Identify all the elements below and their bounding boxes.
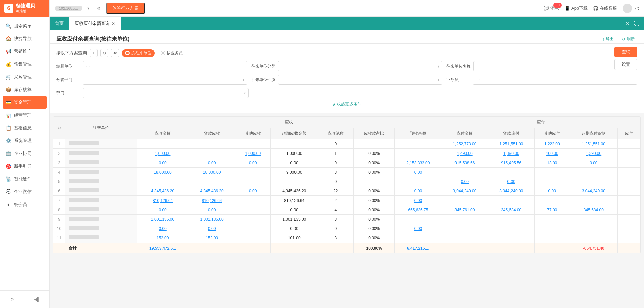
cell-value[interactable]: 1,490.00: [441, 149, 488, 158]
settings-button[interactable]: ⚙: [7, 294, 18, 305]
cell-value[interactable]: 18,000.00: [137, 168, 189, 177]
unit-name-input[interactable]: [473, 61, 637, 71]
cell-value[interactable]: 152.00: [189, 233, 235, 243]
cell-value[interactable]: 0.00: [395, 196, 441, 205]
salesman-input[interactable]: ···: [473, 75, 637, 85]
cell-value[interactable]: 4,345,436.20: [189, 186, 235, 196]
sidebar-item-sales[interactable]: 💰 销售管理: [0, 58, 49, 71]
cell-value[interactable]: 0.00: [395, 224, 441, 233]
filter-more-button[interactable]: ≪: [111, 49, 119, 57]
cell-value[interactable]: 0.00: [395, 168, 441, 177]
department-input[interactable]: ▾: [83, 88, 249, 98]
sidebar-item-quicknav[interactable]: 🏠 快捷导航: [0, 32, 49, 45]
cell-value[interactable]: 1,001,135.00: [189, 215, 235, 224]
sidebar-item-finance[interactable]: 💳 资金管理: [3, 96, 47, 109]
cell-value[interactable]: 0.00: [235, 186, 270, 196]
sidebar-item-hardware[interactable]: 📡 智能硬件: [0, 173, 49, 185]
cell-value[interactable]: 1,000.00: [235, 149, 270, 158]
filter-config-button[interactable]: ⊙: [100, 49, 108, 57]
cell-value[interactable]: 0.00: [137, 205, 189, 215]
cell-value[interactable]: 18,000.00: [189, 168, 235, 177]
sidebar-item-marketing[interactable]: 📢 营销推广: [0, 45, 49, 58]
cell-value[interactable]: 915,508.56: [441, 158, 488, 168]
cell-value[interactable]: 810,126.64: [189, 196, 235, 205]
tab-home[interactable]: 首页: [50, 17, 69, 30]
cell-value[interactable]: 1,251,551.00: [488, 139, 535, 149]
cell-value[interactable]: 915,495.56: [488, 158, 535, 168]
sidebar-item-basics[interactable]: 📋 基础信息: [0, 122, 49, 134]
cell-value[interactable]: 1,252,773.00: [441, 139, 488, 149]
sidebar-item-newbie[interactable]: 🎯 新手引导: [0, 160, 49, 173]
cell-value[interactable]: 0.00: [488, 177, 535, 186]
cell-value[interactable]: 152.00: [137, 233, 189, 243]
cell-value[interactable]: 13.00: [535, 158, 570, 168]
sidebar-item-wechat[interactable]: 💬 企业微信: [0, 185, 49, 198]
sidebar-item-purchase[interactable]: 🛒 采购管理: [0, 71, 49, 83]
cell-value[interactable]: 0.00: [137, 224, 189, 233]
sidebar-item-system[interactable]: ⚙️ 系统管理: [0, 134, 49, 147]
cell-value[interactable]: 0.00: [441, 177, 488, 186]
tab-close-button[interactable]: ✕: [112, 21, 115, 26]
export-button[interactable]: ↑ 导出: [600, 35, 616, 43]
filter-by-unit[interactable]: 按往来单位: [122, 49, 155, 57]
cell-value[interactable]: 0.00: [235, 158, 270, 168]
cell-value[interactable]: 0.00: [570, 158, 618, 168]
promo-button[interactable]: 体验行业方案: [106, 3, 145, 14]
gear-button[interactable]: ⚙: [94, 4, 104, 13]
cell-value[interactable]: 1,390.00: [570, 149, 618, 158]
cell-value[interactable]: 1,251,551.00: [570, 139, 618, 149]
cell-value[interactable]: 3,044,240.00: [570, 186, 618, 196]
cell-value[interactable]: 655,636.75: [395, 205, 441, 215]
table-scroll-wrapper[interactable]: ⚙ 往来单位 应收 应付 应收金额 贷款应收 其他应收 超期应收金额 应收笔数 …: [53, 116, 641, 253]
settlement-unit-input[interactable]: ···: [83, 61, 247, 71]
sidebar-item-inventory[interactable]: 📦 库存核算: [0, 83, 49, 96]
filter-add-button[interactable]: ＋: [90, 49, 98, 57]
cell-value[interactable]: 3,044,240.00: [441, 186, 488, 196]
cell-value[interactable]: 77.00: [535, 205, 570, 215]
sidebar-item-operations[interactable]: 📊 经营管理: [0, 109, 49, 122]
table-settings-icon[interactable]: ⚙: [57, 126, 61, 130]
cell-value[interactable]: 345,684.00: [488, 205, 535, 215]
settings-col-header[interactable]: ⚙: [53, 117, 65, 139]
cell-value[interactable]: 1,000.00: [137, 149, 189, 158]
cell-value[interactable]: 0.00: [137, 158, 189, 168]
dept-input[interactable]: ▾: [83, 75, 247, 85]
cell-value[interactable]: 2,153,333.00: [395, 158, 441, 168]
cell-value[interactable]: 3,044,240.00: [488, 186, 535, 196]
cell-value[interactable]: 345,761.00: [441, 205, 488, 215]
footer-recv-total[interactable]: 19,553,472.6...: [137, 243, 189, 253]
filter-by-staff[interactable]: 按业务员: [157, 49, 186, 57]
collapse-button[interactable]: ◀▌: [32, 294, 42, 305]
cell-value[interactable]: 1,001,135.00: [137, 215, 189, 224]
tab-close-window-button[interactable]: ✕: [623, 19, 632, 28]
cell-value[interactable]: 100.00: [535, 149, 570, 158]
query-button[interactable]: 查询: [614, 47, 637, 57]
tab-query[interactable]: 应收应付余额查询 ✕: [69, 17, 121, 30]
cell-value[interactable]: 1,390.00: [488, 149, 535, 158]
unit-nature-input[interactable]: ▾: [278, 75, 442, 85]
tab-maximize-button[interactable]: ⛶: [632, 19, 641, 28]
cell-value[interactable]: 1,222.00: [535, 139, 570, 149]
search-icon: 🔍: [5, 23, 11, 29]
sidebar-item-enterprise[interactable]: 🏢 企业协同: [0, 147, 49, 160]
footer-advance-total[interactable]: 6,417,215....: [395, 243, 441, 253]
user-menu[interactable]: Rit: [623, 4, 639, 13]
cell-value[interactable]: 0.00: [189, 224, 235, 233]
message-button[interactable]: 💬 消息 99+: [544, 5, 559, 11]
set-button[interactable]: 设置: [614, 59, 637, 70]
cell-value[interactable]: 345,684.00: [570, 205, 618, 215]
sidebar-item-member[interactable]: ♦ 畅会员: [0, 198, 49, 211]
cell-value[interactable]: 0.00: [189, 158, 235, 168]
breadcrumb-arrow[interactable]: ▾: [84, 4, 93, 13]
unit-category-input[interactable]: ▾: [278, 61, 442, 71]
cell-value[interactable]: 0.00: [189, 205, 235, 215]
cell-value[interactable]: 0.00: [535, 186, 570, 196]
collapse-filter-button[interactable]: ∧ 收起更多条件: [56, 101, 637, 107]
sidebar-item-search[interactable]: 🔍 搜索菜单: [0, 19, 49, 32]
cell-value[interactable]: 4,345,436.20: [137, 186, 189, 196]
cell-value[interactable]: 810,126.64: [137, 196, 189, 205]
refresh-button[interactable]: ↺ 刷新: [619, 35, 637, 43]
app-download-button[interactable]: 📱 App下载: [565, 5, 588, 11]
cell-value[interactable]: 0.00: [395, 186, 441, 196]
service-button[interactable]: 🎧 在线客服: [593, 5, 617, 11]
